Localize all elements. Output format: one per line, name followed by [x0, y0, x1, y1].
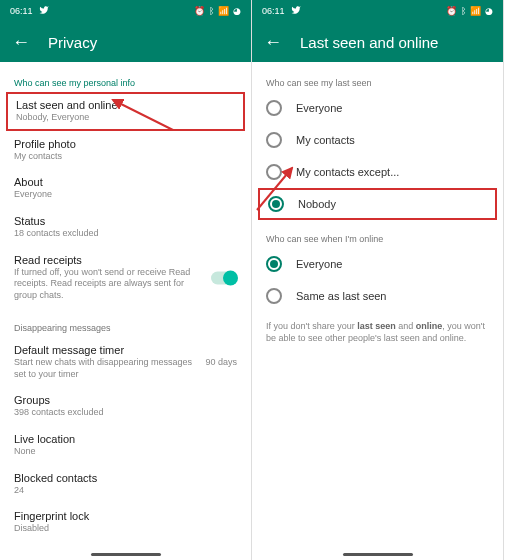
groups-item[interactable]: Groups 398 contacts excluded	[0, 387, 251, 426]
app-bar: ← Last seen and online	[252, 22, 503, 62]
nav-handle[interactable]	[91, 553, 161, 556]
twitter-icon	[291, 5, 301, 17]
section-last-seen: Who can see my last seen	[252, 70, 503, 92]
read-receipts-toggle[interactable]	[211, 271, 237, 284]
radio-icon	[266, 164, 282, 180]
status-bar: 06:11 ⏰ ᛒ 📶 ◕	[252, 0, 503, 22]
battery-icon: ◕	[485, 6, 493, 16]
item-subtitle: Nobody, Everyone	[16, 112, 235, 124]
about-item[interactable]: About Everyone	[0, 169, 251, 208]
page-title: Privacy	[48, 34, 97, 51]
app-bar: ← Privacy	[0, 22, 251, 62]
twitter-icon	[39, 5, 49, 17]
page-title: Last seen and online	[300, 34, 438, 51]
blocked-contacts-item[interactable]: Blocked contacts 24	[0, 465, 251, 504]
section-personal-info: Who can see my personal info	[0, 70, 251, 92]
radio-icon	[266, 132, 282, 148]
back-arrow-icon[interactable]: ←	[264, 32, 282, 53]
radio-online-everyone[interactable]: Everyone	[252, 248, 503, 280]
radio-icon	[266, 100, 282, 116]
battery-icon: ◕	[233, 6, 241, 16]
item-title: Last seen and online	[16, 99, 235, 111]
status-time: 06:11	[10, 6, 33, 16]
radio-icon	[268, 196, 284, 212]
radio-nobody[interactable]: Nobody	[258, 188, 497, 220]
radio-icon	[266, 256, 282, 272]
radio-icon	[266, 288, 282, 304]
last-seen-online-item[interactable]: Last seen and online Nobody, Everyone	[6, 92, 245, 131]
default-timer-item[interactable]: Default message timer Start new chats wi…	[0, 337, 251, 387]
alarm-icon: ⏰	[194, 6, 205, 16]
alarm-icon: ⏰	[446, 6, 457, 16]
section-disappearing: Disappearing messages	[0, 315, 251, 337]
section-online: Who can see when I'm online	[252, 226, 503, 248]
privacy-screen: 06:11 ⏰ ᛒ 📶 ◕ ← Privacy Who can see my p…	[0, 0, 252, 560]
radio-my-contacts-except[interactable]: My contacts except...	[252, 156, 503, 188]
status-item[interactable]: Status 18 contacts excluded	[0, 208, 251, 247]
status-icons: ⏰ ᛒ 📶 ◕	[446, 6, 493, 16]
radio-everyone[interactable]: Everyone	[252, 92, 503, 124]
profile-photo-item[interactable]: Profile photo My contacts	[0, 131, 251, 170]
nav-handle[interactable]	[343, 553, 413, 556]
radio-same-as-last-seen[interactable]: Same as last seen	[252, 280, 503, 312]
status-bar: 06:11 ⏰ ᛒ 📶 ◕	[0, 0, 251, 22]
privacy-note: If you don't share your last seen and on…	[252, 312, 503, 352]
status-time: 06:11	[262, 6, 285, 16]
read-receipts-item[interactable]: Read receipts If turned off, you won't s…	[0, 247, 251, 309]
bluetooth-icon: ᛒ	[209, 6, 214, 16]
fingerprint-lock-item[interactable]: Fingerprint lock Disabled	[0, 503, 251, 542]
last-seen-screen: 06:11 ⏰ ᛒ 📶 ◕ ← Last seen and online Who…	[252, 0, 504, 560]
radio-my-contacts[interactable]: My contacts	[252, 124, 503, 156]
bluetooth-icon: ᛒ	[461, 6, 466, 16]
timer-value: 90 days	[205, 357, 237, 367]
back-arrow-icon[interactable]: ←	[12, 32, 30, 53]
signal-icon: 📶	[218, 6, 229, 16]
live-location-item[interactable]: Live location None	[0, 426, 251, 465]
status-icons: ⏰ ᛒ 📶 ◕	[194, 6, 241, 16]
signal-icon: 📶	[470, 6, 481, 16]
